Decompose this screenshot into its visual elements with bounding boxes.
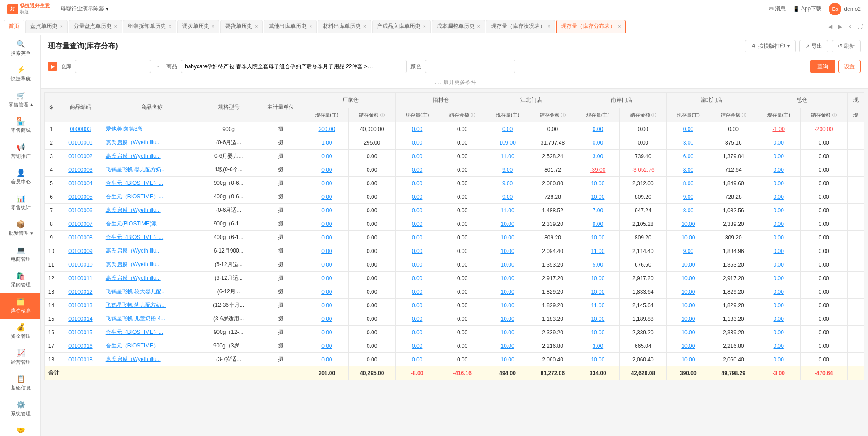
message-btn[interactable]: ✉ 消息 (769, 5, 786, 13)
tab-inventory-count-history[interactable]: 盘点单历史 × (25, 20, 68, 33)
row-code[interactable]: 00100009 (58, 244, 103, 258)
row-mc-qty[interactable]: 0.00 (396, 122, 439, 136)
sidebar-item-wholesale[interactable]: 📦 批发管理 ▾ (0, 216, 40, 241)
sidebar-item-operations[interactable]: 📈 经营管理 (0, 344, 40, 370)
row-code[interactable]: 00100005 (58, 190, 103, 204)
row-code[interactable]: 00100010 (58, 258, 103, 272)
row-yb-qty[interactable]: 3.00 (666, 136, 710, 150)
color-input[interactable] (425, 60, 515, 73)
row-nb-qty[interactable]: 5.00 (576, 258, 620, 272)
row-code[interactable]: 00100018 (58, 353, 103, 366)
row-nb-qty[interactable]: 3.00 (576, 150, 620, 163)
row-jb-qty[interactable]: 10.00 (486, 217, 529, 231)
row-zc-qty[interactable]: 0.00 (757, 312, 800, 326)
row-zc-qty[interactable]: 0.00 (757, 150, 800, 163)
row-mc-qty[interactable]: 0.00 (396, 339, 439, 353)
row-cf-qty[interactable]: 0.00 (305, 163, 349, 177)
sidebar-item-search[interactable]: 🔍 搜索英单 (0, 35, 40, 61)
row-name[interactable]: 惠氏启膜（Wyeth illu... (103, 272, 201, 285)
row-mc-qty[interactable]: 0.00 (396, 353, 439, 366)
row-cf-qty[interactable]: 0.00 (305, 326, 349, 339)
row-mc-qty[interactable]: 0.00 (396, 204, 439, 217)
sidebar-item-retail-stats[interactable]: 📊 零售统计 (0, 190, 40, 216)
row-name[interactable]: 合生元（BIOSTIME）... (103, 231, 201, 244)
row-jb-qty[interactable]: 9.00 (486, 163, 529, 177)
row-nb-qty[interactable]: 10.00 (576, 272, 620, 285)
row-jb-qty[interactable]: 9.00 (486, 177, 529, 190)
sidebar-item-system[interactable]: ⚙️ 系统管理 (0, 396, 40, 422)
sidebar-item-member[interactable]: 👤 会员中心 (0, 164, 40, 190)
tab-next-arrow[interactable]: ▶ (835, 22, 844, 31)
tab-material-out-history[interactable]: 材料出库单历史 × (318, 20, 371, 33)
row-yb-qty[interactable]: 9.00 (666, 190, 710, 204)
row-yb-qty[interactable]: 10.00 (666, 231, 710, 244)
collapse-btn[interactable]: ▶ (48, 62, 57, 71)
row-nb-qty[interactable]: 7.00 (576, 204, 620, 217)
close-icon[interactable]: × (548, 24, 551, 29)
tab-stock-status[interactable]: 现存量（库存状况表）× (486, 20, 556, 33)
setting-button[interactable]: 设置 (838, 60, 861, 73)
row-name[interactable]: 合生元（BIOSTIME）... (103, 190, 201, 204)
row-yb-qty[interactable]: 10.00 (666, 258, 710, 272)
close-icon[interactable]: × (255, 24, 258, 29)
row-zc-qty[interactable]: 0.00 (757, 258, 800, 272)
tab-close-btn[interactable]: × (845, 22, 854, 31)
row-jb-qty[interactable]: 10.00 (486, 326, 529, 339)
row-yb-qty[interactable]: 0.00 (666, 122, 710, 136)
row-mc-qty[interactable]: 0.00 (396, 326, 439, 339)
row-nb-qty[interactable]: -39.00 (576, 163, 620, 177)
sidebar-item-enterprise[interactable]: 🤝 企业协同 (0, 422, 40, 436)
row-yb-qty[interactable]: 8.00 (666, 204, 710, 217)
row-name[interactable]: 合生元（BIOSTIME）... (103, 339, 201, 353)
tab-fullscreen-btn[interactable]: ⛶ (855, 22, 864, 31)
row-nb-qty[interactable]: 10.00 (576, 177, 620, 190)
row-name[interactable]: 惠氏启膜（Wyeth illu... (103, 150, 201, 163)
row-name[interactable]: 飞鹤星飞帆 婴儿配方奶... (103, 163, 201, 177)
row-jb-qty[interactable]: 11.00 (486, 204, 529, 217)
row-name[interactable]: 合生元（BIOSTIME）... (103, 177, 201, 190)
row-name[interactable]: 惠氏启膜（Wyeth illu... (103, 204, 201, 217)
sidebar-item-retail-mgmt[interactable]: 🛒 零售管理 ▴ (0, 87, 40, 113)
row-code[interactable]: 00100008 (58, 231, 103, 244)
row-zc-qty[interactable]: 0.00 (757, 272, 800, 285)
print-btn[interactable]: 🖨 按模版打印▾ (745, 40, 796, 52)
app-download-btn[interactable]: 📱 App下载 (793, 5, 821, 13)
row-code[interactable]: 00100014 (58, 312, 103, 326)
row-zc-qty[interactable]: 0.00 (757, 136, 800, 150)
row-zc-qty[interactable]: 0.00 (757, 190, 800, 204)
row-code[interactable]: 00100013 (58, 299, 103, 312)
row-nb-qty[interactable]: 3.00 (576, 339, 620, 353)
row-yb-qty[interactable]: 6.00 (666, 150, 710, 163)
row-mc-qty[interactable]: 0.00 (396, 177, 439, 190)
tab-order-history[interactable]: 要货单历史 × (220, 20, 263, 33)
row-code[interactable]: 00100015 (58, 326, 103, 339)
row-code[interactable]: 00100001 (58, 136, 103, 150)
row-yb-qty[interactable]: 10.00 (666, 339, 710, 353)
row-nb-qty[interactable]: 10.00 (576, 326, 620, 339)
row-code[interactable]: 00100007 (58, 217, 103, 231)
row-nb-qty[interactable]: 10.00 (576, 312, 620, 326)
row-name[interactable]: 惠氏启膜（Wyeth illu... (103, 136, 201, 150)
row-jb-qty[interactable]: 10.00 (486, 312, 529, 326)
row-zc-qty[interactable]: 0.00 (757, 326, 800, 339)
row-name[interactable]: 惠氏启膜（Wyeth illu... (103, 244, 201, 258)
row-yb-qty[interactable]: 10.00 (666, 312, 710, 326)
row-name[interactable]: 合生元(BIOSTIME)派... (103, 217, 201, 231)
row-jb-qty[interactable]: 109.00 (486, 136, 529, 150)
row-code[interactable]: 00100006 (58, 204, 103, 217)
row-cf-qty[interactable]: 1.00 (305, 136, 349, 150)
row-zc-qty[interactable]: 0.00 (757, 217, 800, 231)
row-jb-qty[interactable]: 10.00 (486, 285, 529, 299)
row-cf-qty[interactable]: 0.00 (305, 312, 349, 326)
row-name[interactable]: 飞鹤星飞帆 幼儿配方奶... (103, 299, 201, 312)
row-nb-qty[interactable]: 10.00 (576, 285, 620, 299)
row-name[interactable]: 飞鹤星飞帆 儿童奶粉 4... (103, 312, 201, 326)
refresh-btn[interactable]: ↺ 刷新 (832, 40, 861, 52)
row-code[interactable]: 00100003 (58, 163, 103, 177)
row-jb-qty[interactable]: 10.00 (486, 258, 529, 272)
row-mc-qty[interactable]: 0.00 (396, 163, 439, 177)
sidebar-item-marketing[interactable]: 📢 营销推广 (0, 138, 40, 164)
row-mc-qty[interactable]: 0.00 (396, 244, 439, 258)
row-code[interactable]: 00100004 (58, 177, 103, 190)
row-mc-qty[interactable]: 0.00 (396, 217, 439, 231)
